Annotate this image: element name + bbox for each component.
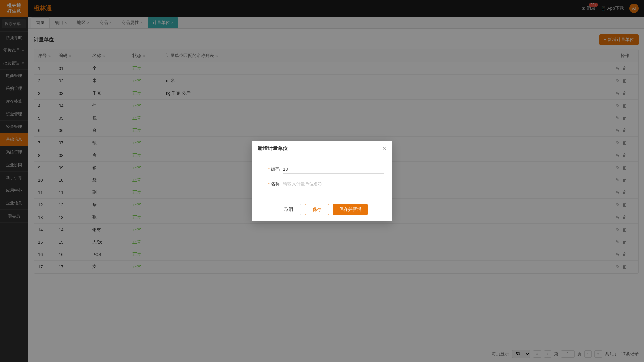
name-input[interactable] [283, 180, 384, 188]
name-label: * 名称 [260, 181, 283, 187]
name-form-row: * 名称 [260, 180, 384, 188]
modal-overlay[interactable]: 新增计量单位 ✕ * 编码 * 名称 取消 保存 保存并新增 [0, 0, 644, 362]
modal-body: * 编码 * 名称 [252, 157, 392, 200]
save-button[interactable]: 保存 [305, 204, 329, 215]
add-unit-modal: 新增计量单位 ✕ * 编码 * 名称 取消 保存 保存并新增 [252, 141, 392, 221]
cancel-button[interactable]: 取消 [277, 204, 301, 215]
required-mark: * [268, 167, 270, 172]
required-mark: * [268, 181, 270, 186]
modal-title: 新增计量单位 [258, 145, 288, 152]
modal-header: 新增计量单位 ✕ [252, 141, 392, 157]
save-and-new-button[interactable]: 保存并新增 [333, 204, 368, 215]
code-label: * 编码 [260, 166, 283, 172]
modal-close-button[interactable]: ✕ [382, 145, 386, 152]
modal-footer: 取消 保存 保存并新增 [252, 200, 392, 221]
code-input[interactable] [283, 165, 384, 174]
code-form-row: * 编码 [260, 165, 384, 174]
